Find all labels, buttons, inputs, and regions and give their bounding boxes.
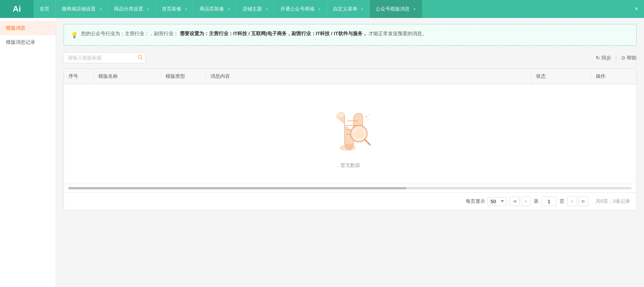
sidebar: 模版消息模版消息记录 [0, 18, 56, 287]
th-action: 操作 [591, 69, 636, 84]
current-page-input[interactable] [542, 196, 557, 206]
close-tab-product-category[interactable]: × [147, 7, 149, 11]
page-size-select: 每页显示 102050100 [466, 197, 507, 206]
logo: Ai [0, 0, 34, 18]
page-size-dropdown[interactable]: 102050100 [487, 197, 507, 206]
page-nav: ⊲ ‹ 第 页 › ⊳ [510, 196, 588, 206]
pagination: 每页显示 102050100 ⊲ ‹ 第 页 › ⊳ 共0页，0条记录 [64, 192, 636, 210]
nav-tab-open-mall[interactable]: 开通公众号商城× [274, 0, 327, 18]
close-tab-custom-menu[interactable]: × [361, 7, 363, 11]
close-tab-wshop-settings[interactable]: × [99, 7, 102, 11]
svg-line-1 [141, 58, 143, 60]
total-info: 共0页，0条记录 [596, 198, 630, 205]
nav-tab-custom-menu[interactable]: 自定义菜单× [327, 0, 370, 18]
last-page-button[interactable]: ⊳ [579, 196, 588, 206]
empty-svg [326, 107, 375, 155]
page-label: 页 [560, 198, 564, 205]
th-seq: 序号 [64, 69, 94, 84]
help-button[interactable]: ⊙ 帮助 [621, 55, 637, 61]
content-area: 💡 您的公众号行业为：主营行业：，副营行业： 需要设置为：主营行业：IT科技 /… [56, 18, 644, 287]
close-tab-shop-theme[interactable]: × [266, 7, 268, 11]
first-page-button[interactable]: ⊲ [510, 196, 520, 206]
page-di-label: 第 [534, 198, 539, 205]
search-left [64, 52, 146, 63]
notice-box: 💡 您的公众号行业为：主营行业：，副营行业： 需要设置为：主营行业：IT科技 /… [64, 24, 637, 46]
top-nav: Ai 首页微商城店铺设置×商品分类设置×首页装修×商品页装修×店铺主题×开通公众… [0, 0, 644, 18]
page-size-label: 每页显示 [466, 198, 485, 205]
empty-state: 暂无数据 [64, 84, 636, 184]
nav-tab-home-decor[interactable]: 首页装修× [156, 0, 194, 18]
table-wrap: 序号模版名称模版类型消息内容状态操作 [64, 68, 637, 210]
divider: | [616, 55, 617, 61]
search-input-wrap [64, 52, 146, 63]
notice-prefix: 您的公众号行业为：主营行业：，副营行业： [81, 31, 178, 36]
table-header: 序号模版名称模版类型消息内容状态操作 [64, 69, 636, 84]
svg-point-12 [365, 116, 367, 118]
svg-point-14 [367, 119, 369, 120]
nav-tab-wshop-settings[interactable]: 微商城店铺设置× [56, 0, 108, 18]
help-circle-icon: ⊙ [621, 55, 625, 61]
nav-tab-product-category[interactable]: 商品分类设置× [108, 0, 155, 18]
notice-icon: 💡 [71, 30, 78, 40]
sidebar-item-template-msg[interactable]: 模版消息 [0, 21, 56, 35]
nav-tab-product-decor[interactable]: 商品页装修× [194, 0, 236, 18]
logo-text: Ai [13, 4, 21, 14]
close-all-tabs-button[interactable]: × [629, 0, 644, 18]
nav-tab-shop-theme[interactable]: 店铺主题× [237, 0, 274, 18]
th-name: 模版名称 [94, 69, 161, 84]
search-input[interactable] [64, 52, 146, 63]
close-tab-open-mall[interactable]: × [318, 7, 320, 11]
horizontal-scrollbar[interactable] [68, 187, 632, 189]
th-type: 模版类型 [161, 69, 206, 84]
nav-tabs: 首页微商城店铺设置×商品分类设置×首页装修×商品页装修×店铺主题×开通公众号商城… [34, 0, 629, 18]
sync-label: 同步 [601, 55, 611, 61]
scrollbar-thumb[interactable] [68, 187, 406, 189]
next-page-button[interactable]: › [567, 196, 577, 206]
search-button[interactable] [138, 55, 143, 61]
main-layout: 模版消息模版消息记录 💡 您的公众号行业为：主营行业：，副营行业： 需要设置为：… [0, 18, 644, 287]
th-status: 状态 [531, 69, 591, 84]
svg-point-13 [369, 113, 370, 115]
sync-button[interactable]: ↻ 同步 [596, 55, 611, 61]
close-tab-template-msg[interactable]: × [413, 7, 416, 11]
search-bar: ↻ 同步 | ⊙ 帮助 [64, 52, 637, 63]
svg-line-10 [365, 140, 370, 145]
help-label: 帮助 [627, 55, 637, 61]
svg-point-11 [354, 129, 357, 132]
close-tab-product-decor[interactable]: × [228, 7, 230, 11]
empty-text: 暂无数据 [341, 162, 360, 169]
nav-tab-home[interactable]: 首页 [34, 0, 56, 18]
prev-page-button[interactable]: ‹ [521, 196, 531, 206]
sidebar-item-template-msg-log[interactable]: 模版消息记录 [0, 35, 56, 49]
search-right: ↻ 同步 | ⊙ 帮助 [596, 55, 637, 61]
search-icon [138, 55, 143, 60]
scrollbar-area [64, 184, 636, 192]
notice-highlight: 需要设置为：主营行业：IT科技 / 互联网|电子商务，副营行业：IT科技 / I… [180, 31, 367, 36]
sync-icon: ↻ [596, 55, 600, 61]
empty-illustration [326, 107, 375, 155]
notice-text: 您的公众号行业为：主营行业：，副营行业： 需要设置为：主营行业：IT科技 / 互… [81, 30, 427, 38]
notice-suffix: 才能正常发送预置的消息。 [369, 31, 427, 36]
nav-tab-template-msg[interactable]: 公众号模版消息× [370, 0, 422, 18]
close-tab-home-decor[interactable]: × [185, 7, 187, 11]
th-content: 消息内容 [206, 69, 531, 84]
